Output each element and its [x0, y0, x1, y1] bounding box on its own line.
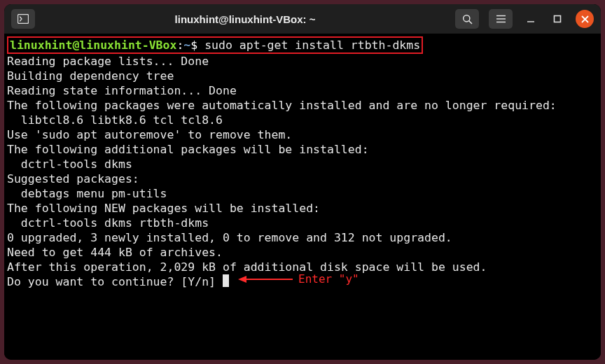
terminal-icon — [18, 14, 29, 24]
titlebar-right — [455, 9, 594, 29]
output-line: Need to get 444 kB of archives. — [7, 246, 223, 259]
output-line: The following NEW packages will be insta… — [7, 202, 320, 215]
prompt-user-host: linuxhint@linuxhint-VBox — [10, 38, 176, 52]
search-icon — [462, 14, 473, 24]
output-line: 0 upgraded, 3 newly installed, 0 to remo… — [7, 231, 452, 244]
titlebar: linuxhint@linuxhint-VBox: ~ — [4, 4, 601, 34]
maximize-button[interactable] — [549, 10, 566, 27]
svg-rect-7 — [555, 16, 561, 22]
svg-line-2 — [469, 21, 472, 24]
output-line: debtags menu pm-utils — [7, 187, 167, 200]
output-line: The following packages were automaticall… — [7, 99, 557, 112]
arrow-icon — [238, 274, 293, 284]
output-line: dctrl-tools dkms — [7, 158, 132, 171]
new-tab-button[interactable] — [11, 9, 35, 29]
terminal-window: linuxhint@linuxhint-VBox: ~ — [4, 4, 601, 360]
minimize-icon — [526, 14, 536, 24]
output-line: The following additional packages will b… — [7, 143, 369, 156]
maximize-icon — [553, 15, 562, 23]
command-text: sudo apt-get install rtbth-dkms — [204, 38, 420, 52]
annotation-overlay: Enter "y" — [238, 272, 359, 286]
output-line: libtcl8.6 libtk8.6 tcl tcl8.6 — [7, 113, 223, 127]
output-line: After this operation, 2,029 kB of additi… — [7, 260, 487, 274]
terminal-cursor — [223, 274, 229, 287]
hamburger-icon — [496, 15, 506, 23]
output-line: dctrl-tools dkms rtbth-dkms — [7, 216, 209, 230]
output-line: Reading state information... Done — [7, 84, 237, 97]
output-prompt-line: Do you want to continue? [Y/n] — [7, 275, 223, 288]
svg-rect-0 — [18, 15, 29, 24]
prompt-dollar: $ — [190, 38, 197, 52]
search-button[interactable] — [455, 9, 479, 29]
menu-button[interactable] — [489, 9, 513, 29]
close-button[interactable] — [576, 10, 594, 28]
terminal-body[interactable]: linuxhint@linuxhint-VBox:~$ sudo apt-get… — [4, 34, 601, 360]
output-line: Suggested packages: — [7, 172, 139, 186]
command-highlight-box: linuxhint@linuxhint-VBox:~$ sudo apt-get… — [7, 36, 423, 54]
annotation-text: Enter "y" — [298, 272, 359, 286]
prompt-path: ~ — [183, 38, 190, 52]
prompt-colon: : — [176, 38, 183, 52]
output-line: Use 'sudo apt autoremove' to remove them… — [7, 128, 292, 141]
titlebar-left — [11, 9, 35, 29]
output-line: Building dependency tree — [7, 69, 174, 83]
output-line: Reading package lists... Done — [7, 55, 209, 68]
close-icon — [581, 15, 589, 23]
minimize-button[interactable] — [522, 10, 539, 27]
svg-marker-11 — [238, 276, 246, 283]
window-title: linuxhint@linuxhint-VBox: ~ — [35, 13, 455, 25]
